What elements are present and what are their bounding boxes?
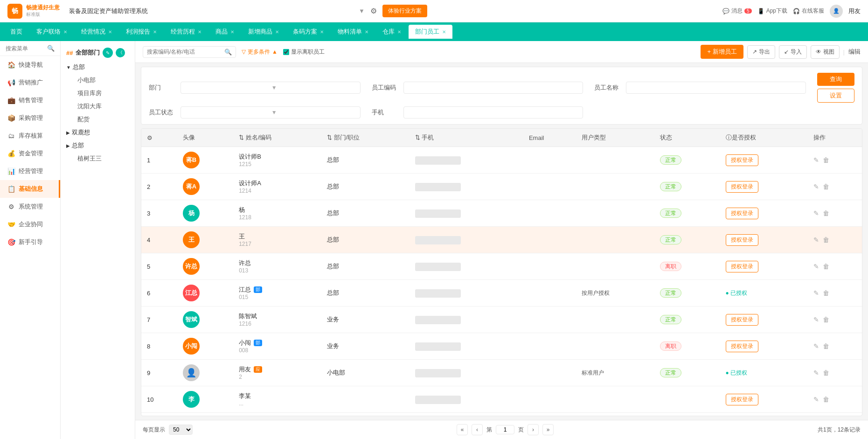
add-employee-btn[interactable]: + 新增员工 [701,45,743,59]
edit-icon[interactable]: ✎ [813,289,819,297]
export-btn[interactable]: ↗ 导出 [747,45,775,59]
tab-warehouse-close[interactable]: ✕ [397,29,401,35]
edit-icon[interactable]: ✎ [813,369,819,376]
emp-status-select[interactable]: ▼ [181,106,361,118]
delete-icon[interactable]: 🗑 [823,342,829,350]
delete-icon[interactable]: 🗑 [823,289,829,297]
edit-icon[interactable]: ✎ [813,342,819,350]
dept-group-zongbu2[interactable]: ▶ 总部 [61,139,135,152]
dept-item-shenyang[interactable]: 沈阳大库 [68,100,135,113]
settings-icon[interactable]: ⚙ [370,7,377,15]
search-input[interactable] [147,49,222,55]
tab-barcode[interactable]: 条码方案✕ [286,25,330,39]
import-btn[interactable]: ↙ 导入 [779,45,807,59]
col-dept-role[interactable]: ⇅ 部门/职位 [321,129,410,147]
delete-icon[interactable]: 🗑 [823,263,829,270]
col-name-code[interactable]: ⇅ 姓名/编码 [233,129,321,147]
auth-btn[interactable]: 授权登录 [726,261,758,272]
view-btn[interactable]: 👁 视图 [811,45,840,59]
sidebar-item-purchase[interactable]: 📦 采购管理 [0,109,60,127]
tab-operations[interactable]: 经营情况✕ [75,25,118,39]
dept-group-shuanglu[interactable]: ▶ 双鹿想 [61,126,135,139]
tab-history-close[interactable]: ✕ [198,29,201,35]
edit-cols-btn[interactable]: 编辑 [848,48,861,56]
tab-staff-close[interactable]: ✕ [442,29,446,35]
phone-input[interactable] [403,106,583,118]
tab-material[interactable]: 物料清单✕ [331,25,375,39]
show-resigned-wrap[interactable]: 显示离职员工 [283,48,325,56]
tab-goods[interactable]: 商品✕ [209,25,241,39]
experience-btn[interactable]: 体验行业方案 [382,5,427,17]
sidebar-item-sales[interactable]: 💼 销售管理 [0,91,60,109]
next-page-btn[interactable]: › [528,424,539,435]
sidebar-item-marketing[interactable]: 📢 营销推广 [0,74,60,91]
tab-goods-close[interactable]: ✕ [230,29,234,35]
auth-btn[interactable]: 授权登录 [726,341,758,352]
tab-warehouse[interactable]: 仓库✕ [376,25,408,39]
tab-home[interactable]: 首页 [4,25,29,39]
auth-btn[interactable]: 授权登录 [726,208,758,219]
edit-icon[interactable]: ✎ [813,236,819,244]
sidebar-item-finance[interactable]: 💰 资金管理 [0,145,60,162]
auth-btn[interactable]: 授权登录 [726,234,758,246]
edit-icon[interactable]: ✎ [813,263,819,270]
more-conditions-btn[interactable]: ▽ 更多条件 ▲ [242,48,278,56]
prev-page-btn[interactable]: ‹ [472,424,483,435]
message-btn[interactable]: 💬 消息 5 [722,7,752,15]
delete-icon[interactable]: 🗑 [823,396,829,403]
dept-group-zongbu[interactable]: ▼ 总部 [61,61,135,74]
dept-item-zhishu[interactable]: 植树王三 [68,152,135,165]
tab-new-goods[interactable]: 新增商品✕ [242,25,285,39]
page-size-select[interactable]: 50 100 200 [169,425,193,435]
auth-btn[interactable]: 授权登录 [726,314,758,326]
tab-barcode-close[interactable]: ✕ [320,29,324,35]
delete-icon[interactable]: 🗑 [823,183,829,190]
user-avatar[interactable]: 👤 [830,5,843,18]
page-input[interactable] [496,425,514,434]
tab-profit[interactable]: 利润报告✕ [119,25,163,39]
dept-item-peihuo[interactable]: 配货 [68,113,135,126]
edit-icon[interactable]: ✎ [813,396,819,403]
tab-material-close[interactable]: ✕ [365,29,368,35]
col-phone[interactable]: ⇅ 手机 [410,129,523,147]
delete-icon[interactable]: 🗑 [823,209,829,217]
show-resigned-checkbox[interactable] [283,49,289,55]
col-settings[interactable]: ⚙ [141,129,177,147]
sidebar-search-input[interactable] [6,45,47,52]
delete-icon[interactable]: 🗑 [823,156,829,164]
query-btn[interactable]: 查询 [817,73,854,86]
edit-icon[interactable]: ✎ [813,316,819,323]
online-service-btn[interactable]: 🎧 在线客服 [793,7,824,15]
app-download-btn[interactable]: 📱 App下载 [757,7,787,15]
edit-dept-btn[interactable]: ✎ [103,48,113,58]
tab-customer-close[interactable]: ✕ [63,29,67,35]
sidebar-item-quicknav[interactable]: 🏠 快捷导航 [0,56,60,74]
sidebar-item-guide[interactable]: 🎯 新手引导 [0,233,60,251]
delete-icon[interactable]: 🗑 [823,369,829,376]
edit-icon[interactable]: ✎ [813,156,819,164]
tab-ops-close[interactable]: ✕ [108,29,112,35]
sidebar-item-basicinfo[interactable]: 📋 基础信息 [0,180,60,198]
sidebar-item-ops[interactable]: 📊 经营管理 [0,162,60,180]
title-dropdown-icon[interactable]: ▼ [359,7,365,14]
emp-code-input[interactable] [403,82,583,94]
all-dept-label[interactable]: 全部部门 [76,49,100,57]
sidebar-item-inventory[interactable]: 🗂 库存核算 [0,127,60,145]
auth-btn[interactable]: 授权登录 [726,394,758,405]
delete-icon[interactable]: 🗑 [823,236,829,244]
sidebar-item-system[interactable]: ⚙ 系统管理 [0,198,60,216]
dept-item-xiaodian[interactable]: 小电部 [68,74,135,87]
tab-customer[interactable]: 客户联络✕ [30,25,74,39]
auth-btn[interactable]: 授权登录 [726,154,758,166]
edit-icon[interactable]: ✎ [813,183,819,190]
emp-name-input[interactable] [626,82,806,94]
edit-icon[interactable]: ✎ [813,209,819,217]
last-page-btn[interactable]: » [542,424,554,435]
sidebar-item-collab[interactable]: 🤝 企业协同 [0,216,60,233]
tab-newgoods-close[interactable]: ✕ [275,29,279,35]
auth-btn[interactable]: 授权登录 [726,181,758,193]
tab-staff[interactable]: 部门员工✕ [409,25,452,39]
tab-history[interactable]: 经营历程✕ [164,25,208,39]
set-btn[interactable]: 设置 [817,89,854,103]
delete-icon[interactable]: 🗑 [823,316,829,323]
